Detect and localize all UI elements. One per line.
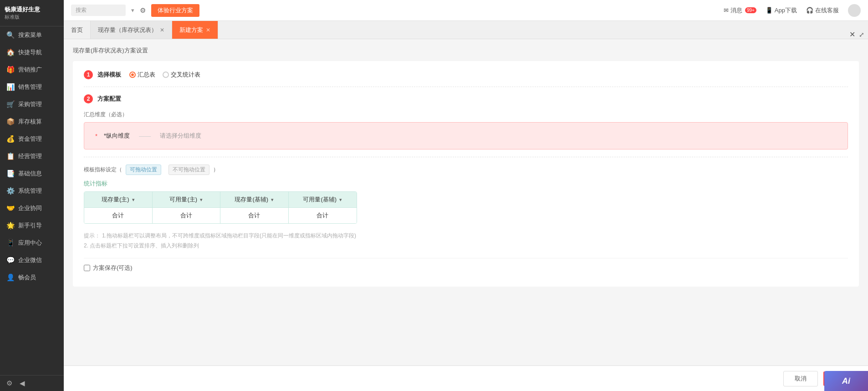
stats-header-col4[interactable]: 可用量(基辅) ▾	[289, 192, 357, 207]
dim-placeholder: 请选择分组维度	[160, 132, 201, 140]
sidebar-item-new-guide[interactable]: 🌟 新手引导	[0, 217, 64, 234]
customer-service-button[interactable]: 🎧 在线客服	[806, 6, 839, 15]
radio-cross[interactable]: 交叉统计表	[163, 71, 200, 79]
tab-label: 现存量（库存状况表）	[98, 26, 157, 34]
col1-dropdown-icon[interactable]: ▾	[132, 197, 135, 203]
tab-new-scheme[interactable]: 新建方案 ✕	[172, 21, 218, 39]
tab-active-close-icon[interactable]: ✕	[206, 27, 210, 33]
radio-summary-label: 汇总表	[138, 71, 155, 79]
app-download-button[interactable]: 📱 App下载	[766, 6, 797, 15]
search-menu-icon: 🔍	[6, 31, 15, 39]
summary-dim-label: 汇总维度（必选）	[84, 111, 848, 118]
main-area: 搜索 ▾ ⚙ 体验行业方案 ✉ 消息 99+ 📱 App下载 🎧 在线客服 首页	[64, 0, 868, 391]
chart-icon: 📊	[6, 83, 15, 91]
step2-divider	[84, 157, 848, 157]
sidebar-item-label: 资金管理	[18, 135, 42, 143]
tab-label: 新建方案	[179, 26, 203, 34]
sidebar-scroll: 🔍 搜索菜单 🏠 快捷导航 🎁 营销推广 📊 销售管理 🛒 采购管理 📦 库存核…	[0, 26, 64, 375]
sidebar-item-label: 营销推广	[18, 66, 42, 74]
trial-button[interactable]: 体验行业方案	[151, 4, 199, 17]
col2-dropdown-icon[interactable]: ▾	[200, 197, 203, 203]
clipboard-icon: 📋	[6, 152, 15, 160]
wechat-icon: 💬	[6, 256, 15, 264]
sidebar-item-member[interactable]: 👤 畅会员	[0, 269, 64, 286]
ai-float-button[interactable]: Ai	[824, 371, 868, 391]
radio-summary[interactable]: 汇总表	[129, 71, 155, 79]
tip-2-line: 2. 点击标题栏下拉可设置排序、插入列和删除列	[84, 241, 848, 251]
tab-home[interactable]: 首页	[64, 21, 91, 39]
sidebar-item-marketing[interactable]: 🎁 营销推广	[0, 61, 64, 78]
sidebar-item-label: 应用中心	[18, 239, 42, 247]
sidebar-item-label: 库存核算	[18, 118, 42, 126]
customer-service-label: 在线客服	[815, 6, 839, 15]
sidebar-item-finance[interactable]: 💰 资金管理	[0, 130, 64, 148]
sidebar-item-wechat[interactable]: 💬 企业微信	[0, 252, 64, 269]
footer-bar: 取消 查询	[64, 365, 868, 391]
sidebar-item-label: 企业协同	[18, 204, 42, 212]
gear-icon: ⚙️	[6, 187, 15, 195]
app-download-label: App下载	[775, 6, 797, 15]
topbar-right: ✉ 消息 99+ 📱 App下载 🎧 在线客服	[724, 4, 861, 17]
stats-header-col1[interactable]: 现存量(主) ▾	[84, 192, 153, 207]
stats-cell-1-4: 合计	[289, 208, 357, 223]
stats-table-row-1: 合计 合计 合计 合计	[84, 207, 357, 223]
stats-header-col2[interactable]: 可用量(主) ▾	[153, 192, 221, 207]
col4-dropdown-icon[interactable]: ▾	[339, 197, 342, 203]
topbar: 搜索 ▾ ⚙ 体验行业方案 ✉ 消息 99+ 📱 App下载 🎧 在线客服	[64, 0, 868, 21]
settings-footer-icon[interactable]: ⚙	[6, 379, 12, 387]
sidebar-item-system[interactable]: ⚙️ 系统管理	[0, 182, 64, 200]
close-panel-icon[interactable]: ✕	[849, 30, 855, 39]
sidebar-item-inventory[interactable]: 📦 库存核算	[0, 113, 64, 130]
no-drag-badge: 不可拖动位置	[168, 165, 209, 175]
sidebar-item-quick-nav[interactable]: 🏠 快捷导航	[0, 44, 64, 61]
sidebar-item-basic-info[interactable]: 📑 基础信息	[0, 165, 64, 182]
star-icon: 🌟	[6, 221, 15, 230]
dropdown-arrow-icon[interactable]: ▾	[131, 7, 134, 14]
logo-sub: 标准版	[5, 14, 59, 21]
sidebar-item-label: 新手引导	[18, 221, 42, 230]
step1-label: 选择模板	[97, 71, 121, 79]
required-star: *	[95, 133, 97, 139]
sidebar-logo: 畅康通好生意 标准版	[0, 0, 64, 26]
content-area: 现存量(库存状况表)方案设置 1 选择模板 汇总表 交叉统计表	[64, 39, 868, 365]
sidebar-item-app-center[interactable]: 📱 应用中心	[0, 234, 64, 252]
vertical-dim-area[interactable]: * *纵向维度 —— 请选择分组维度	[84, 122, 848, 149]
tips-header-label: 提示：	[84, 231, 100, 241]
sidebar-item-sales[interactable]: 📊 销售管理	[0, 78, 64, 96]
settings-icon[interactable]: ⚙	[140, 6, 146, 15]
col1-label: 现存量(主)	[102, 196, 129, 204]
indicator-suffix: ）	[213, 166, 219, 174]
money-icon: 💰	[6, 135, 15, 143]
tip-2: 2. 点击标题栏下拉可设置排序、插入列和删除列	[84, 241, 199, 251]
stats-table: 现存量(主) ▾ 可用量(主) ▾ 现存量(基辅) ▾ 可用量(基辅)	[84, 191, 357, 224]
indicator-settings: 模板指标设定（ 可拖动位置 不可拖动位置 ） 统计指标 现存量(主) ▾	[84, 165, 848, 224]
radio-dot-cross	[163, 72, 169, 78]
tabs-bar: 首页 现存量（库存状况表） ✕ 新建方案 ✕ ✕ ⤢	[64, 21, 868, 39]
sidebar-item-purchase[interactable]: 🛒 采购管理	[0, 96, 64, 113]
cancel-button[interactable]: 取消	[783, 371, 818, 386]
avatar[interactable]	[848, 4, 861, 17]
message-button[interactable]: ✉ 消息 99+	[724, 6, 756, 15]
step2-label: 方案配置	[97, 95, 121, 103]
collapse-footer-icon[interactable]: ◀	[20, 379, 25, 387]
stats-header-col3[interactable]: 现存量(基辅) ▾	[220, 192, 289, 207]
col3-dropdown-icon[interactable]: ▾	[271, 197, 274, 203]
logo-title: 畅康通好生意	[5, 5, 59, 14]
tab-inventory-status[interactable]: 现存量（库存状况表） ✕	[91, 21, 172, 39]
cart-icon: 🛒	[6, 100, 15, 108]
headset-icon: 🎧	[806, 7, 813, 14]
col2-label: 可用量(主)	[169, 196, 197, 204]
search-box[interactable]: 搜索	[71, 5, 126, 16]
sidebar-item-label: 系统管理	[18, 187, 42, 195]
stats-table-header: 现存量(主) ▾ 可用量(主) ▾ 现存量(基辅) ▾ 可用量(基辅)	[84, 192, 357, 207]
sidebar-item-search-menu[interactable]: 🔍 搜索菜单	[0, 26, 64, 44]
save-checkbox[interactable]	[84, 265, 90, 271]
sidebar-item-cooperation[interactable]: 🤝 企业协同	[0, 200, 64, 217]
sidebar-item-operations[interactable]: 📋 经营管理	[0, 148, 64, 165]
tab-close-icon[interactable]: ✕	[160, 27, 164, 33]
col4-label: 可用量(基辅)	[303, 196, 337, 204]
radio-cross-label: 交叉统计表	[171, 71, 200, 79]
stats-section-label: 统计指标	[84, 180, 848, 188]
expand-icon[interactable]: ⤢	[859, 31, 864, 38]
message-icon: ✉	[724, 7, 729, 14]
